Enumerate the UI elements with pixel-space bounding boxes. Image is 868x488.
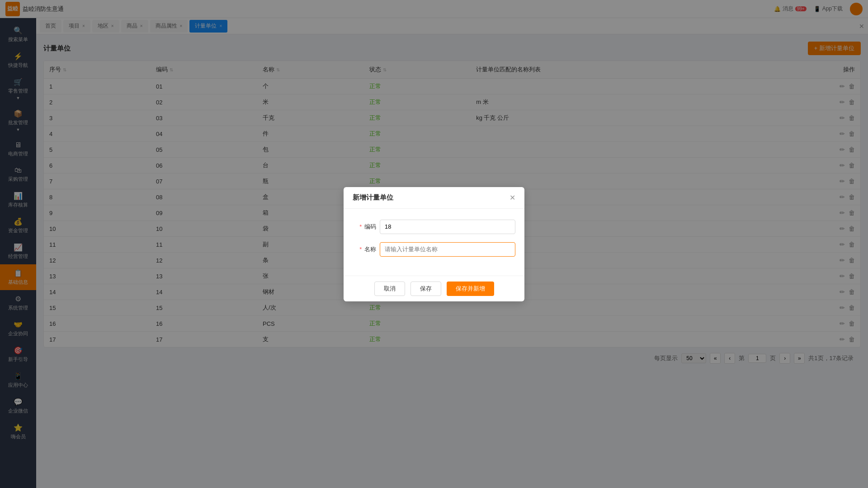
modal-body: * 编码 * 名称 xyxy=(344,209,524,276)
form-row-code: * 编码 xyxy=(353,220,515,234)
required-star: * xyxy=(359,223,362,230)
modal-footer: 取消 保存 保存并新增 xyxy=(344,276,524,301)
form-row-name: * 名称 xyxy=(353,242,515,257)
modal-close-button[interactable]: ✕ xyxy=(509,193,515,202)
required-star: * xyxy=(359,246,362,253)
modal-title: 新增计量单位 xyxy=(353,193,393,202)
modal-header: 新增计量单位 ✕ xyxy=(344,187,524,209)
save-and-new-button[interactable]: 保存并新增 xyxy=(447,282,494,296)
form-code-label: * 编码 xyxy=(353,223,380,231)
cancel-button[interactable]: 取消 xyxy=(374,282,405,296)
name-input[interactable] xyxy=(380,242,515,257)
form-name-label: * 名称 xyxy=(353,245,380,253)
add-unit-modal: 新增计量单位 ✕ * 编码 * 名称 取消 保存 保存并新增 xyxy=(344,187,524,301)
code-input[interactable] xyxy=(380,220,515,234)
save-button[interactable]: 保存 xyxy=(410,282,441,296)
modal-overlay[interactable]: 新增计量单位 ✕ * 编码 * 名称 取消 保存 保存并新增 xyxy=(0,0,868,488)
